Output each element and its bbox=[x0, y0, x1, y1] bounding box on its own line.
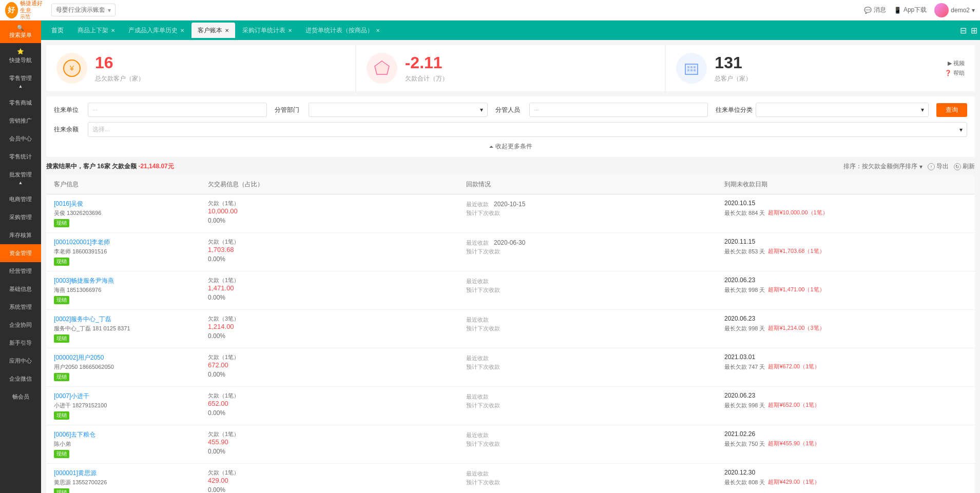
debt-amount-3[interactable]: 1,214.00 bbox=[208, 323, 451, 330]
message-btn[interactable]: 💬 消息 bbox=[864, 6, 886, 14]
tab-customer-account[interactable]: 客户账本 ✕ bbox=[191, 23, 235, 38]
user-menu[interactable]: demo2 ▾ bbox=[934, 3, 975, 17]
overdue-link-3[interactable]: 超期¥1,214.00（3笔） bbox=[768, 324, 824, 332]
overdue-link-1[interactable]: 超期¥1,703.68（1笔） bbox=[768, 247, 824, 255]
collapse-filter-btn[interactable]: 收起更多条件 bbox=[54, 142, 967, 151]
debt-amount-6[interactable]: 455.90 bbox=[208, 438, 451, 446]
sidebar: 🔍 搜索菜单 ⭐ 快捷导航 零售管理 ▲ 零售商城 营销推广 会员中心 零售统计 bbox=[0, 21, 41, 493]
tab-purchase-product-stats[interactable]: 进货单统计表（按商品） ✕ bbox=[299, 23, 386, 38]
search-button[interactable]: 查询 bbox=[936, 103, 967, 117]
department-select[interactable]: ▾ bbox=[309, 103, 488, 117]
sidebar-item-marketing[interactable]: 营销推广 bbox=[0, 112, 41, 130]
customer-name-1[interactable]: [0001020001]李老师 bbox=[54, 238, 193, 247]
tab-production-history[interactable]: 产成品入库单历史 ✕ bbox=[122, 23, 190, 38]
td-debt-2: 欠款（1笔） 1,471.00 0.00% bbox=[200, 271, 458, 309]
overdue-date-7: 2020.12.30 bbox=[724, 469, 967, 476]
user-chevron-icon: ▾ bbox=[972, 7, 975, 14]
td-overdue-0: 2020.10.15 最长欠款 884 天 超期¥10,000.00（1笔） bbox=[717, 194, 975, 232]
store-chevron: ▾ bbox=[108, 7, 111, 14]
td-debt-3: 欠款（3笔） 1,214.00 0.00% bbox=[200, 310, 458, 348]
sort-btn[interactable]: 排序：按欠款金额倒序排序 ▾ bbox=[843, 162, 923, 171]
overdue-days-3: 最长欠款 998 天 bbox=[724, 325, 765, 332]
tab-close-icon-5[interactable]: ✕ bbox=[376, 28, 380, 33]
unit-category-select[interactable]: ▾ bbox=[756, 103, 929, 117]
balance-select[interactable]: 选择... ▾ bbox=[88, 122, 967, 137]
app-container: 好 畅捷通好生意 示范 母婴行业演示账套 ▾ 💬 消息 📱 App下载 demo… bbox=[0, 0, 980, 493]
customer-phone-1: 李老师 18600391516 bbox=[54, 248, 193, 255]
td-customer-2: [0003]畅捷服务尹海燕 海燕 18513066976 现销 bbox=[46, 271, 200, 309]
maximize-btn[interactable]: ⊞ bbox=[971, 26, 977, 35]
debt-amount-2[interactable]: 1,471.00 bbox=[208, 284, 451, 292]
tab-close-icon-2[interactable]: ✕ bbox=[180, 28, 184, 33]
sidebar-item-enterprise[interactable]: 企业协同 bbox=[0, 316, 41, 334]
sidebar-item-wholesale[interactable]: 批发管理 ▲ bbox=[0, 166, 41, 190]
tab-home[interactable]: 首页 bbox=[44, 26, 71, 35]
stat-icon-building bbox=[676, 53, 707, 84]
sidebar-item-business[interactable]: 经营管理 bbox=[0, 262, 41, 280]
sidebar-item-apps[interactable]: 应用中心 bbox=[0, 352, 41, 370]
sidebar-item-retail-stats[interactable]: 零售统计 bbox=[0, 148, 41, 166]
debt-amount-1[interactable]: 1,703.68 bbox=[208, 246, 451, 253]
overdue-link-0[interactable]: 超期¥10,000.00（1笔） bbox=[768, 209, 828, 216]
refresh-btn[interactable]: ↻ 刷新 bbox=[954, 162, 975, 171]
debt-amount-0[interactable]: 10,000.00 bbox=[208, 207, 451, 215]
sidebar-item-wechat[interactable]: 企业微信 bbox=[0, 370, 41, 388]
payment-label-6: 最近收款 bbox=[466, 431, 489, 439]
customer-name-5[interactable]: [0007]小进干 bbox=[54, 392, 193, 401]
debt-amount-4[interactable]: 672.00 bbox=[208, 361, 451, 369]
data-table: 客户信息 欠交易信息（占比） 回款情况 到期未收款日期 [0016]吴俊 吴俊 … bbox=[46, 175, 975, 493]
tab-close-icon-3[interactable]: ✕ bbox=[225, 28, 229, 33]
sidebar-item-basic-info[interactable]: 基础信息 bbox=[0, 280, 41, 298]
debt-amount-5[interactable]: 652.00 bbox=[208, 400, 451, 407]
td-overdue-1: 2020.11.15 最长欠款 853 天 超期¥1,703.68（1笔） bbox=[717, 233, 975, 271]
sidebar-item-purchase[interactable]: 采购管理 bbox=[0, 208, 41, 226]
sidebar-item-system[interactable]: 系统管理 bbox=[0, 298, 41, 316]
debt-label-1: 欠款（1笔） bbox=[208, 238, 451, 246]
tab-close-icon[interactable]: ✕ bbox=[111, 28, 115, 33]
sidebar-item-retail-mall[interactable]: 零售商城 bbox=[0, 94, 41, 112]
customer-name-3[interactable]: [0002]服务中心_丁磊 bbox=[54, 315, 193, 324]
customer-name-4[interactable]: [000002]用户2050 bbox=[54, 353, 193, 362]
overdue-link-7[interactable]: 超期¥429.00（1笔） bbox=[768, 478, 820, 486]
person-input[interactable]: ··· bbox=[529, 103, 708, 117]
sidebar-item-newbie[interactable]: 新手引导 bbox=[0, 334, 41, 352]
debt-amount-7[interactable]: 429.00 bbox=[208, 477, 451, 484]
payment-date-0: 2020-10-15 bbox=[494, 201, 525, 208]
customer-tag-0: 现销 bbox=[54, 219, 69, 227]
td-debt-5: 欠款（1笔） 652.00 0.00% bbox=[200, 387, 458, 425]
store-selector[interactable]: 母婴行业演示账套 ▾ bbox=[51, 4, 116, 16]
sidebar-item-retail-mgmt[interactable]: 零售管理 ▲ bbox=[0, 69, 41, 94]
tab-close-icon-4[interactable]: ✕ bbox=[288, 28, 292, 33]
search-icon: 🔍 bbox=[2, 25, 39, 31]
sidebar-search[interactable]: 🔍 搜索菜单 bbox=[0, 21, 41, 43]
sidebar-item-quick-nav[interactable]: ⭐ 快捷导航 bbox=[0, 43, 41, 69]
overdue-link-5[interactable]: 超期¥652.00（1笔） bbox=[768, 401, 820, 409]
sidebar-item-vip[interactable]: 畅会员 bbox=[0, 388, 41, 406]
minimize-btn[interactable]: ⊟ bbox=[960, 26, 967, 35]
tab-purchase-stats[interactable]: 采购订单统计表 ✕ bbox=[236, 23, 298, 38]
video-btn[interactable]: ▶ 视频 bbox=[948, 60, 965, 67]
customer-name-2[interactable]: [0003]畅捷服务尹海燕 bbox=[54, 277, 193, 285]
export-btn[interactable]: ↑ 导出 bbox=[928, 162, 949, 171]
sidebar-item-ecommerce[interactable]: 电商管理 bbox=[0, 190, 41, 208]
customer-name-0[interactable]: [0016]吴俊 bbox=[54, 200, 193, 208]
sidebar-item-member[interactable]: 会员中心 bbox=[0, 130, 41, 148]
sidebar-item-finance[interactable]: 资金管理 bbox=[0, 244, 41, 262]
customer-tag-1: 现销 bbox=[54, 258, 69, 266]
customer-tag-6: 现销 bbox=[54, 450, 69, 458]
sidebar-item-inventory[interactable]: 库存核算 bbox=[0, 226, 41, 244]
overdue-date-4: 2021.03.01 bbox=[724, 353, 967, 361]
customer-name-6[interactable]: [0006]去下粮仓 bbox=[54, 430, 193, 439]
next-payment-label-3: 预计下次收款 bbox=[466, 325, 709, 332]
customer-name-7[interactable]: [000001]黄思源 bbox=[54, 469, 193, 478]
td-customer-4: [000002]用户2050 用户2050 18665062050 现销 bbox=[46, 348, 200, 386]
overdue-link-4[interactable]: 超期¥672.00（1笔） bbox=[768, 363, 820, 370]
help-btn[interactable]: ❓ 帮助 bbox=[945, 69, 965, 77]
td-debt-6: 欠款（1笔） 455.90 0.00% bbox=[200, 425, 458, 463]
overdue-link-6[interactable]: 超期¥455.90（1笔） bbox=[768, 440, 820, 447]
source-unit-input[interactable]: ··· bbox=[88, 103, 267, 117]
overdue-link-2[interactable]: 超期¥1,471.00（1笔） bbox=[768, 286, 824, 293]
tab-product-listing[interactable]: 商品上下架 ✕ bbox=[71, 23, 121, 38]
app-icon: 📱 bbox=[894, 7, 901, 14]
app-download-btn[interactable]: 📱 App下载 bbox=[894, 6, 927, 14]
